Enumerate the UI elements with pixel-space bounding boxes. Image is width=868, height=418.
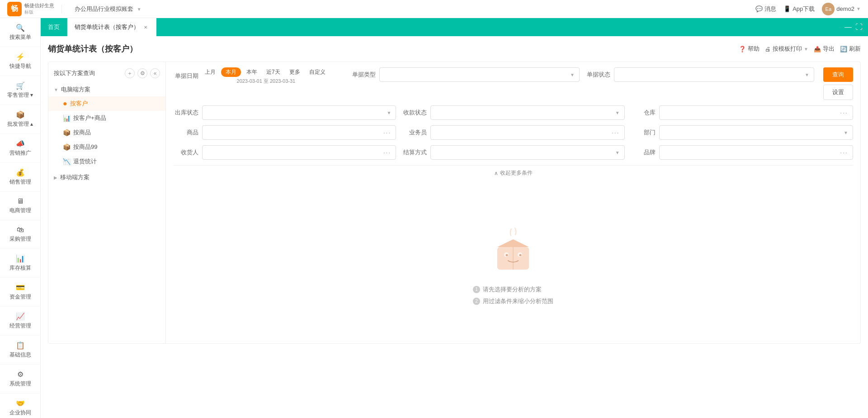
download-icon: 📱 (783, 5, 791, 12)
tab-sales-stat[interactable]: 销货单统计表（按客户） ✕ (67, 18, 156, 36)
sidebar-item-search-menu[interactable]: 🔍 搜索菜单 (0, 18, 40, 47)
search-btn[interactable]: 查询 (823, 67, 853, 82)
svg-marker-1 (497, 239, 529, 247)
user-menu[interactable]: Ea demo2 ▼ (822, 3, 861, 15)
tab-home[interactable]: 首页 (41, 18, 67, 36)
warehouse-label: 仓库 (630, 109, 656, 117)
date-last-7-btn[interactable]: 近7天 (263, 67, 284, 77)
avatar: Ea (822, 3, 835, 15)
sidebar-item-wholesale-mgmt[interactable]: 📦 批发管理 ▴ (0, 105, 40, 134)
by-customer-goods-icon: 📊 (63, 114, 71, 122)
svg-point-6 (519, 254, 522, 256)
sidebar-item-ops-mgmt[interactable]: 📈 经营管理 (0, 307, 40, 336)
tip-2-text: 用过滤条件来缩小分析范围 (483, 295, 553, 307)
wholesale-mgmt-icon: 📦 (2, 110, 38, 119)
dept-label: 部门 (630, 128, 656, 137)
dept-chevron-icon: ▼ (844, 130, 848, 135)
scheme-item-label: 按商品99 (73, 143, 97, 151)
by-goods-icon: 📦 (63, 129, 71, 136)
return-stat-icon: 📉 (63, 158, 71, 165)
date-custom-btn[interactable]: 自定义 (306, 67, 329, 77)
scheme-item-by-customer[interactable]: ● 按客户 (48, 96, 165, 111)
scheme-item-label: 按商品 (73, 128, 91, 137)
payment-select[interactable]: ▼ (430, 145, 624, 160)
app-title[interactable]: 办公用品行业模拟账套 ▼ (75, 5, 142, 13)
sidebar-item-quick-nav[interactable]: ⚡ 快捷导航 (0, 47, 40, 76)
export-btn[interactable]: 📤 导出 (814, 45, 835, 53)
sidebar-item-enterprise[interactable]: 🤝 企业协同 (0, 394, 40, 418)
payment-chevron-icon: ▼ (615, 150, 620, 155)
print-chevron-icon: ▼ (804, 47, 808, 52)
mobile-scheme-section[interactable]: ▶ 移动端方案 (48, 171, 165, 184)
message-btn[interactable]: 💬 消息 (755, 5, 776, 13)
collapse-bar[interactable]: ∧ 收起更多条件 (173, 165, 853, 180)
brand-select[interactable]: ··· (659, 145, 853, 160)
app-download-btn[interactable]: 📱 App下载 (783, 5, 815, 13)
scheme-item-by-goods-99[interactable]: 📦 按商品99 (48, 140, 165, 154)
ops-mgmt-icon: 📈 (2, 312, 38, 321)
print-btn[interactable]: 🖨 按模板打印 ▼ (765, 45, 808, 53)
logo: 畅 畅捷信好生意 标版 (7, 2, 54, 16)
page-title: 销货单统计表（按客户） (48, 43, 137, 54)
sidebar-item-base-info[interactable]: 📋 基础信息 (0, 336, 40, 365)
doc-type-select[interactable]: ▼ (379, 67, 580, 82)
tab-minimize-btn[interactable]: — (844, 23, 852, 31)
help-btn[interactable]: ❓ 帮助 (739, 45, 760, 53)
tab-maximize-btn[interactable]: ⛶ (855, 23, 863, 31)
desktop-scheme-section[interactable]: ▼ 电脑端方案 (48, 83, 165, 96)
warehouse-select[interactable]: ··· (659, 105, 853, 120)
doc-type-chevron-icon: ▼ (570, 72, 575, 77)
settings-scheme-btn[interactable]: ⚙ (137, 68, 147, 78)
scheme-item-by-goods[interactable]: 📦 按商品 (48, 125, 165, 140)
settings-btn[interactable]: 设置 (823, 85, 853, 100)
brand-label: 品牌 (630, 148, 656, 157)
sidebar-item-retail-mgmt[interactable]: 🛒 零售管理 ▾ (0, 76, 40, 105)
sidebar-item-sales-mgmt[interactable]: 💰 销售管理 (0, 163, 40, 192)
print-icon: 🖨 (765, 46, 771, 52)
goods-select[interactable]: ··· (202, 125, 396, 140)
salesperson-label: 业务员 (401, 128, 427, 137)
filter-panel: 单据日期 上月 本月 本年 近7天 更多 自定义 (166, 62, 860, 186)
date-more-btn[interactable]: 更多 (286, 67, 304, 77)
receipt-status-chevron-icon: ▼ (615, 110, 620, 115)
retail-mgmt-icon: 🛒 (2, 81, 38, 90)
doc-status-select[interactable]: ▼ (614, 67, 814, 82)
scheme-item-return-stat[interactable]: 📉 退货统计 (48, 154, 165, 169)
date-last-month-btn[interactable]: 上月 (201, 67, 219, 77)
dept-select[interactable]: ▼ (659, 125, 853, 140)
receipt-status-label: 收款状态 (401, 109, 427, 117)
sidebar-item-purchase-mgmt[interactable]: 🛍 采购管理 (0, 220, 40, 249)
out-status-select[interactable]: ▼ (202, 105, 396, 120)
scheme-item-by-customer-goods[interactable]: 📊 按客户+商品 (48, 111, 165, 125)
receiver-select[interactable]: ··· (202, 145, 396, 160)
receipt-status-select[interactable]: ▼ (430, 105, 624, 120)
goods-dots-icon: ··· (383, 129, 392, 136)
tab-close-btn[interactable]: ✕ (142, 24, 149, 31)
receiver-label: 收货人 (173, 148, 198, 157)
collapse-scheme-btn[interactable]: « (150, 68, 160, 78)
date-this-month-btn[interactable]: 本月 (221, 67, 241, 77)
logo-sub: 标版 (24, 9, 54, 15)
enterprise-icon: 🤝 (2, 399, 38, 408)
desktop-chevron-icon: ▼ (54, 87, 58, 92)
sidebar-item-marketing[interactable]: 📣 营销推广 (0, 134, 40, 163)
sidebar-item-ecom-mgmt[interactable]: 🖥 电商管理 (0, 192, 40, 220)
refresh-btn[interactable]: 🔄 刷新 (840, 45, 861, 53)
payment-label: 结算方式 (401, 148, 427, 157)
help-icon: ❓ (739, 46, 746, 52)
brand-dots-icon: ··· (840, 149, 848, 156)
user-chevron-icon: ▼ (856, 6, 861, 11)
sidebar-item-finance[interactable]: 💳 资金管理 (0, 278, 40, 307)
add-scheme-btn[interactable]: ＋ (125, 68, 135, 78)
dropdown-arrow[interactable]: ▼ (137, 7, 142, 12)
page-content: 销货单统计表（按客户） ❓ 帮助 🖨 按模板打印 ▼ 📤 (41, 36, 868, 418)
scheme-item-label: 退货统计 (73, 157, 97, 166)
logo-text: 畅捷信好生意 (24, 2, 54, 9)
doc-status-chevron-icon: ▼ (805, 72, 809, 77)
salesperson-select[interactable]: ··· (430, 125, 624, 140)
sidebar-item-sys-mgmt[interactable]: ⚙ 系统管理 (0, 365, 40, 394)
sidebar-item-inventory[interactable]: 📊 库存核算 (0, 249, 40, 278)
svg-point-5 (506, 254, 508, 256)
date-this-year-btn[interactable]: 本年 (243, 67, 261, 77)
logo-icon: 畅 (7, 2, 22, 16)
